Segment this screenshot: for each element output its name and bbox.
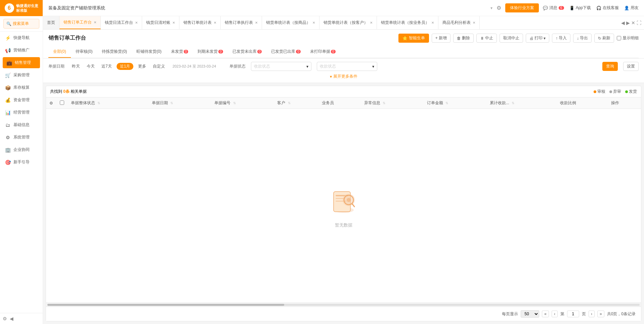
green-dot-icon (625, 90, 628, 93)
date-btn-more[interactable]: 更多 (136, 63, 148, 70)
tab-cash-reconcile[interactable]: 钱货日清对账 ✕ (142, 16, 179, 29)
smart-generate-button[interactable]: ⭐ 智能生单 (398, 34, 429, 43)
date-btn-yesterday[interactable]: 昨天 (70, 63, 82, 70)
tab-sales-stat-customer[interactable]: 销货单统计表（按客户） ✕ (319, 16, 377, 29)
tab-close-all-button[interactable]: ✕ (631, 20, 635, 26)
payment-status-select[interactable]: 收款状态 ▾ (317, 62, 377, 71)
sidebar-nav-baseinfo[interactable]: 🗂 基础信息 (0, 119, 43, 131)
topbar-settings-icon[interactable]: ⚙ (497, 5, 501, 11)
tab-maximize-button[interactable]: ⛶ (637, 20, 641, 26)
filter-tab-all[interactable]: 全部(0) (48, 46, 71, 58)
status-select[interactable]: 收款状态 ▾ (251, 62, 311, 71)
sidebar-nav-enterprise[interactable]: 🏢 企业协同 (0, 144, 43, 156)
col-ratio: 收款比例 (557, 97, 608, 109)
sidebar-nav-newbie[interactable]: 🎯 新手引导 (0, 156, 43, 168)
import-button[interactable]: ↑ 导入 (552, 34, 570, 43)
collapse-sidebar-button[interactable]: ◀ (10, 316, 13, 321)
empty-state: 暂无数据 (46, 109, 641, 302)
solution-button[interactable]: 体验行业方案 (505, 3, 539, 12)
refresh-button[interactable]: ↻ 刷新 (594, 34, 614, 43)
sidebar-nav-purchase[interactable]: 🛒 采购管理 (0, 69, 43, 81)
sidebar-nav-operation[interactable]: 📊 经营管理 (0, 106, 43, 119)
date-btn-custom[interactable]: 自定义 (151, 63, 167, 70)
filter-tab-overdue[interactable]: 到期未发货0 (193, 46, 228, 58)
tab-home[interactable]: 首页 (43, 16, 59, 29)
date-btn-1month[interactable]: 近1月 (117, 63, 134, 70)
filter-tab-shipped-outbound[interactable]: 已发货已出库0 (266, 46, 305, 58)
delete-button[interactable]: 🗑 删除 (453, 34, 474, 43)
tab-close-icon[interactable]: ✕ (94, 21, 96, 24)
filter-tab-pending-review[interactable]: 待审核(0) (71, 46, 97, 58)
tab-close-icon-8[interactable]: ✕ (431, 21, 434, 25)
print-button[interactable]: 🖨 打印 ▾ (526, 34, 549, 43)
settings-gear-button[interactable]: ⚙ (3, 316, 7, 321)
last-page-button[interactable]: » (597, 311, 604, 317)
sidebar-nav-quick[interactable]: ⚡ 快捷导航 (0, 32, 43, 44)
sidebar-nav-sales[interactable]: 💼 销售管理 (3, 57, 40, 68)
unprinted-badge: 0 (331, 50, 336, 53)
tab-sales-stat-employee[interactable]: 销货单统计表（按业务员） ✕ (377, 16, 438, 29)
horizontal-scrollbar[interactable] (46, 302, 641, 307)
online-service-button[interactable]: 🎧 在线客服 (596, 5, 619, 11)
tab-close-icon-5[interactable]: ✕ (255, 21, 258, 25)
quick-review-button[interactable]: 审核 (594, 89, 605, 94)
sort-icon-amount[interactable]: ⇅ (445, 101, 448, 105)
filter-tab-pending-inspect[interactable]: 待拣货验货(0) (97, 46, 132, 58)
page-number-input[interactable] (567, 311, 579, 317)
tab-cash-daily[interactable]: 钱货日清工作台 ✕ (101, 16, 142, 29)
filter-tab-wangpu[interactable]: 旺铺待发货(0) (132, 46, 166, 58)
user-menu[interactable]: 👤 用友 (624, 5, 639, 11)
filter-tab-unshipped[interactable]: 未发货0 (166, 46, 193, 58)
sort-icon-status[interactable]: ⇅ (97, 101, 100, 105)
tab-close-icon-2[interactable]: ✕ (135, 21, 138, 25)
app-download-button[interactable]: 📱 App下载 (569, 5, 591, 11)
table-settings-icon[interactable]: ⚙ (49, 101, 53, 106)
next-page-button[interactable]: › (589, 311, 595, 317)
prev-page-button[interactable]: ‹ (552, 311, 558, 317)
tab-close-icon-4[interactable]: ✕ (214, 21, 216, 25)
tab-sales-stat-product[interactable]: 销货单统计表（按商品） ✕ (262, 16, 319, 29)
cancel-stop-button[interactable]: 取消中止 (500, 34, 523, 43)
tab-close-icon-9[interactable]: ✕ (473, 21, 475, 25)
search-menu-button[interactable]: 🔍 搜索菜单 (3, 19, 39, 29)
sidebar-nav-inventory[interactable]: 📦 库存核算 (0, 81, 43, 94)
expand-conditions-button[interactable]: ▾ 展开更多条件 (330, 74, 357, 79)
message-button[interactable]: 💬 消息 6 (543, 5, 564, 11)
tab-close-icon-3[interactable]: ✕ (172, 21, 175, 25)
tab-prev-button[interactable]: ◀ (621, 20, 625, 26)
quick-abandon-review-button[interactable]: 弃审 (609, 89, 621, 94)
quick-ship-button[interactable]: 发货 (625, 89, 637, 94)
first-page-button[interactable]: « (542, 311, 549, 317)
per-page-select[interactable]: 50 20 100 (521, 310, 539, 318)
filter-settings-button[interactable]: 设置 (623, 62, 639, 71)
show-detail-checkbox-label[interactable]: 显示明细 (617, 35, 639, 41)
query-button[interactable]: 查询 (602, 62, 618, 71)
sort-icon-customer[interactable]: ⇅ (288, 101, 291, 105)
filter-tab-unprinted[interactable]: 未打印单据0 (305, 46, 340, 58)
tab-next-button[interactable]: ▶ (626, 20, 630, 26)
stop-button[interactable]: ⏸ 中止 (476, 34, 497, 43)
tab-close-icon-6[interactable]: ✕ (312, 21, 315, 25)
search-icon: 🔍 (6, 22, 11, 26)
sidebar-nav-system[interactable]: ⚙ 系统管理 (0, 131, 43, 144)
tab-product-margin[interactable]: 商品毛利分析表 ✕ (438, 16, 480, 29)
sort-icon-received[interactable]: ⇅ (512, 101, 514, 105)
tab-close-icon-7[interactable]: ✕ (370, 21, 373, 25)
add-button[interactable]: + 新增 (432, 34, 450, 43)
export-button[interactable]: ↓ 导出 (573, 34, 592, 43)
select-all-checkbox[interactable] (60, 100, 64, 105)
tab-sales-order-stat[interactable]: 销售订单统计表 ✕ (179, 16, 221, 29)
sidebar-nav-marketing[interactable]: 📢 营销推广 (0, 44, 43, 56)
show-detail-checkbox[interactable] (617, 36, 621, 40)
sort-icon-date[interactable]: ⇅ (170, 101, 173, 105)
sort-icon-anomaly[interactable]: ⇅ (383, 101, 385, 105)
date-btn-today[interactable]: 今天 (85, 63, 97, 70)
sidebar-nav-finance[interactable]: 💰 资金管理 (0, 94, 43, 106)
enterprise-icon: 🏢 (5, 147, 11, 153)
tab-sales-order-workbench[interactable]: 销售订单工作台 ✕ (59, 16, 101, 29)
tab-sales-order-exec[interactable]: 销售订单执行表 ✕ (221, 16, 262, 29)
sort-icon-number[interactable]: ⇅ (233, 101, 236, 105)
scrollbar-thumb[interactable] (47, 304, 284, 306)
filter-tab-shipped-unoutbound[interactable]: 已发货未出库0 (228, 46, 267, 58)
date-btn-7days[interactable]: 近7天 (99, 63, 114, 70)
